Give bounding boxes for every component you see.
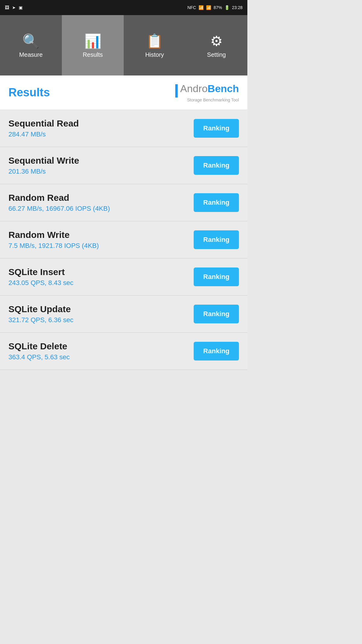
ranking-button-sequential-write[interactable]: Ranking [194,156,239,175]
result-name: SQLite Delete [8,341,194,351]
ranking-button-sqlite-insert[interactable]: Ranking [194,268,239,286]
battery-icon: 🔋 [224,5,230,10]
result-info: Random Read 66.27 MB/s, 16967.06 IOPS (4… [8,193,194,213]
results-list: Sequential Read 284.47 MB/s Ranking Sequ… [0,110,247,370]
result-info: Sequential Read 284.47 MB/s [8,118,194,138]
ranking-button-sqlite-delete[interactable]: Ranking [194,342,239,360]
table-row: Sequential Read 284.47 MB/s Ranking [0,110,247,147]
tab-measure-label: Measure [19,51,43,58]
logo-accent [175,84,178,98]
tab-history-label: History [145,51,164,58]
result-value: 7.5 MB/s, 1921.78 IOPS (4KB) [8,242,194,250]
tab-setting-label: Setting [207,51,226,58]
result-name: Random Write [8,230,194,240]
result-value: 201.36 MB/s [8,168,194,175]
ranking-button-random-read[interactable]: Ranking [194,193,239,212]
result-name: SQLite Insert [8,267,194,277]
tab-measure[interactable]: Measure [0,15,62,75]
history-icon [146,33,163,48]
result-info: SQLite Delete 363.4 QPS, 5.63 sec [8,341,194,361]
result-value: 321.72 QPS, 6.36 sec [8,316,194,324]
tab-bar: Measure Results History Setting [0,15,247,75]
result-info: Sequential Write 201.36 MB/s [8,155,194,175]
logo: AndroBench [175,83,239,98]
table-row: SQLite Delete 363.4 QPS, 5.63 sec Rankin… [0,333,247,370]
battery-label: 87% [214,5,222,10]
nfc-label: NFC [187,5,196,10]
ranking-button-sequential-read[interactable]: Ranking [194,119,239,138]
logo-bench: Bench [208,83,239,94]
search-icon [22,33,40,48]
result-name: Sequential Read [8,118,194,129]
result-name: SQLite Update [8,304,194,314]
logo-text: AndroBench [180,83,239,94]
tab-results[interactable]: Results [62,15,124,75]
chart-icon [84,33,101,48]
result-value: 363.4 QPS, 5.63 sec [8,353,194,361]
ranking-button-random-write[interactable]: Ranking [194,230,239,249]
page-title: Results [8,86,50,99]
result-value: 243.05 QPS, 8.43 sec [8,279,194,287]
result-name: Sequential Write [8,155,194,166]
result-value: 66.27 MB/s, 16967.06 IOPS (4KB) [8,205,194,213]
arrow-icon: ➤ [12,5,16,10]
logo-subtitle: Storage Benchmarking Tool [187,98,239,102]
settings-icon [210,33,223,48]
signal-icon: 📶 [206,5,211,10]
tab-results-label: Results [83,51,103,58]
status-bar: 🖼 ➤ ▣ NFC 📶 📶 87% 🔋 23:28 [0,0,247,15]
tab-setting[interactable]: Setting [186,15,247,75]
ranking-button-sqlite-update[interactable]: Ranking [194,305,239,323]
logo-area: AndroBench Storage Benchmarking Tool [175,83,239,102]
page-header: Results AndroBench Storage Benchmarking … [0,75,247,110]
table-row: SQLite Update 321.72 QPS, 6.36 sec Ranki… [0,296,247,333]
table-row: SQLite Insert 243.05 QPS, 8.43 sec Ranki… [0,258,247,296]
result-info: SQLite Insert 243.05 QPS, 8.43 sec [8,267,194,287]
photo-icon: 🖼 [5,5,9,10]
table-row: Random Read 66.27 MB/s, 16967.06 IOPS (4… [0,184,247,221]
tab-history[interactable]: History [124,15,186,75]
status-right-info: NFC 📶 📶 87% 🔋 23:28 [187,5,243,10]
result-value: 284.47 MB/s [8,130,194,138]
status-left-icons: 🖼 ➤ ▣ [5,5,23,10]
table-row: Sequential Write 201.36 MB/s Ranking [0,147,247,184]
sim-icon: ▣ [19,5,23,10]
table-row: Random Write 7.5 MB/s, 1921.78 IOPS (4KB… [0,221,247,258]
time-label: 23:28 [232,5,243,10]
result-name: Random Read [8,193,194,203]
result-info: SQLite Update 321.72 QPS, 6.36 sec [8,304,194,324]
logo-andro: Andro [180,83,208,94]
wifi-icon: 📶 [198,5,204,10]
result-info: Random Write 7.5 MB/s, 1921.78 IOPS (4KB… [8,230,194,250]
